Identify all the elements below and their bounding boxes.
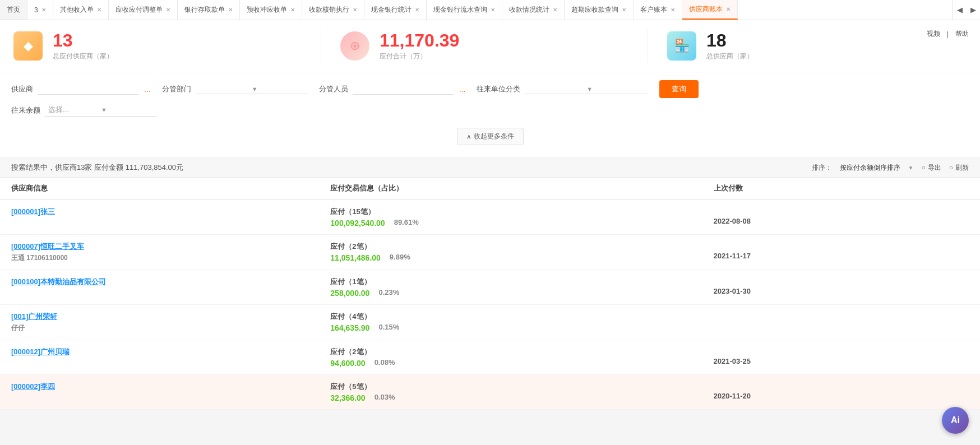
last-pay-date: 2022-08-08 [714, 207, 969, 225]
payable-total-label: 应付合计（万） [380, 52, 459, 61]
refresh-icon: ○ [949, 164, 953, 171]
nav-bank-deposit[interactable]: 银行存取款单 ✕ [178, 0, 240, 20]
filter-row-2: 往来余额 选择... ▼ [11, 104, 969, 117]
tx-amount[interactable]: 258,000.00 [330, 289, 369, 298]
last-pay-date: 2020-11-20 [714, 382, 969, 400]
query-button[interactable]: 查询 [659, 80, 699, 98]
nav-home[interactable]: 首页 [0, 0, 27, 20]
nav-scroll-arrows: ◀ ▶ [953, 0, 980, 20]
tx-amount[interactable]: 100,092,540.00 [330, 219, 385, 228]
chevron-up-icon: ∧ [466, 133, 471, 141]
supplier-filter-dots[interactable]: ... [144, 85, 151, 94]
nav-tab3[interactable]: 3 ✕ [27, 0, 53, 20]
nav-ar-ap-adjust[interactable]: 应收应付调整单 ✕ [109, 0, 178, 20]
close-icon[interactable]: ✕ [97, 7, 101, 13]
person-filter-input[interactable] [353, 84, 454, 95]
tx-amount[interactable]: 94,600.00 [330, 359, 365, 368]
close-icon[interactable]: ✕ [622, 7, 626, 13]
table-row: [000007]恒旺二手叉车 王通 17106110000 应付（2笔） 11,… [0, 235, 980, 270]
col-header-transactions: 应付交易信息（占比） [330, 183, 713, 193]
col-header-lastpay: 上次付数 [714, 183, 969, 193]
balance-filter-select[interactable]: 选择... ▼ [45, 104, 157, 117]
close-icon[interactable]: ✕ [415, 7, 419, 13]
person-filter-dots[interactable]: ... [459, 85, 466, 94]
refresh-button[interactable]: ○ 刷新 [949, 163, 969, 173]
close-icon[interactable]: ✕ [726, 6, 731, 12]
tx-label: 应付（15笔） [330, 207, 713, 217]
tx-label: 应付（2笔） [330, 347, 713, 357]
supplier-filter-label: 供应商 [11, 84, 33, 94]
summary-card-total-suppliers: 🏪 18 总供应商（家） [648, 29, 969, 63]
supplier-link-000002[interactable]: [000002]李四 [11, 382, 330, 392]
nav-overdue-query[interactable]: 超期应收款查询 ✕ [565, 0, 634, 20]
tx-amount[interactable]: 164,635.90 [330, 323, 369, 332]
top-navigation: 首页 3 ✕ 其他收入单 ✕ 应收应付调整单 ✕ 银行存取款单 ✕ 预收冲应收单… [0, 0, 980, 20]
filter-person: 分管人员 ... [319, 84, 466, 95]
result-bar: 搜索结果中，供应商13家 应付金额 111,703,854.00元 排序： 按应… [0, 158, 980, 178]
filter-supplier: 供应商 ... [11, 84, 151, 95]
last-pay-date: 2021-11-17 [714, 242, 969, 260]
filter-dept: 分管部门 ▼ [162, 84, 308, 94]
last-pay-date: 2021-03-25 [714, 347, 969, 365]
nav-customer-ledger[interactable]: 客户账本 ✕ [634, 0, 682, 20]
nav-payment-verify[interactable]: 收款核销执行 ✕ [302, 0, 364, 20]
close-icon[interactable]: ✕ [166, 7, 170, 13]
table-row: [000001]张三 应付（15笔） 100,092,540.00 89.61%… [0, 200, 980, 235]
sort-dropdown[interactable]: 按应付余额倒序排序 [840, 163, 900, 173]
nav-supplier-ledger[interactable]: 供应商账本 ✕ [682, 0, 738, 20]
tx-label: 应付（4笔） [330, 312, 713, 322]
balance-filter-label: 往来余额 [11, 105, 40, 115]
supplier-filter-input[interactable] [38, 84, 138, 95]
summary-section: ◆ 13 总应付供应商（家） ⊕ 11,170.39 应付合计（万） 🏪 18 … [0, 20, 980, 72]
supplier-sub: 仔仔 [11, 323, 330, 333]
supplier-link-001-gz-rongxuan[interactable]: [001]广州荣轩 [11, 312, 330, 322]
category-filter-select[interactable]: ▼ [525, 85, 648, 94]
dept-filter-select[interactable]: ▼ [196, 85, 308, 94]
tx-label: 应付（5笔） [330, 382, 713, 392]
result-info: 搜索结果中，供应商13家 应付金额 111,703,854.00元 [11, 163, 183, 173]
close-icon[interactable]: ✕ [290, 7, 295, 13]
diamond-icon: ◆ [11, 29, 45, 63]
summary-card-payable-total: ⊕ 11,170.39 应付合计（万） [321, 29, 642, 63]
last-pay-date: 2023-01-30 [714, 277, 969, 295]
nav-pre-collect[interactable]: 预收冲应收单 ✕ [240, 0, 302, 20]
nav-cash-bank-stat[interactable]: 现金银行统计 ✕ [364, 0, 427, 20]
category-filter-label: 往来单位分类 [477, 84, 520, 94]
video-link[interactable]: 视频 [927, 29, 940, 39]
nav-cash-bank-flow[interactable]: 现金银行流水查询 ✕ [427, 0, 502, 20]
close-icon[interactable]: ✕ [228, 7, 233, 13]
collapse-button[interactable]: ∧ 收起更多条件 [457, 128, 524, 145]
supplier-link-000012[interactable]: [000012]广州贝瑞 [11, 347, 330, 357]
payable-suppliers-count: 13 [53, 31, 113, 49]
export-button[interactable]: ○ 导出 [922, 163, 941, 173]
help-link[interactable]: 帮助 [955, 29, 969, 39]
supplier-link-000100[interactable]: [000100]本特勤油品有限公司 [11, 277, 330, 287]
tx-percent: 0.15% [378, 323, 399, 331]
filter-category: 往来单位分类 ▼ [477, 84, 648, 94]
tx-percent: 89.61% [394, 218, 419, 226]
nav-next-arrow[interactable]: ▶ [967, 0, 980, 20]
table-row: [001]广州荣轩 仔仔 应付（4笔） 164,635.90 0.15% [0, 305, 980, 340]
chevron-down-icon: ▼ [586, 86, 645, 92]
table-row: [000012]广州贝瑞 应付（2笔） 94,600.00 0.08% 2021… [0, 340, 980, 375]
nav-other-income[interactable]: 其他收入单 ✕ [53, 0, 109, 20]
nav-prev-arrow[interactable]: ◀ [953, 0, 967, 20]
supplier-link-000001[interactable]: [000001]张三 [11, 207, 330, 217]
tx-amount[interactable]: 32,366.00 [330, 393, 365, 402]
close-icon[interactable]: ✕ [353, 7, 357, 13]
table-row: [000002]李四 应付（5笔） 32,366.00 0.03% 2020-1… [0, 375, 980, 410]
chevron-down-icon: ▼ [252, 86, 304, 92]
summary-card-suppliers-payable: ◆ 13 总应付供应商（家） [11, 29, 315, 63]
close-icon[interactable]: ✕ [553, 7, 557, 13]
close-icon[interactable]: ✕ [41, 7, 46, 13]
close-icon[interactable]: ✕ [671, 7, 675, 13]
close-icon[interactable]: ✕ [491, 7, 495, 13]
supplier-link-000007[interactable]: [000007]恒旺二手叉车 [11, 242, 330, 252]
sort-chevron-icon: ▼ [908, 165, 914, 171]
nav-collection-stat[interactable]: 收款情况统计 ✕ [502, 0, 565, 20]
sort-label: 排序： [812, 163, 832, 173]
dept-filter-label: 分管部门 [162, 84, 191, 94]
export-icon: ○ [922, 164, 926, 171]
total-suppliers-count: 18 [706, 31, 754, 49]
tx-amount[interactable]: 11,051,486.00 [330, 253, 381, 262]
